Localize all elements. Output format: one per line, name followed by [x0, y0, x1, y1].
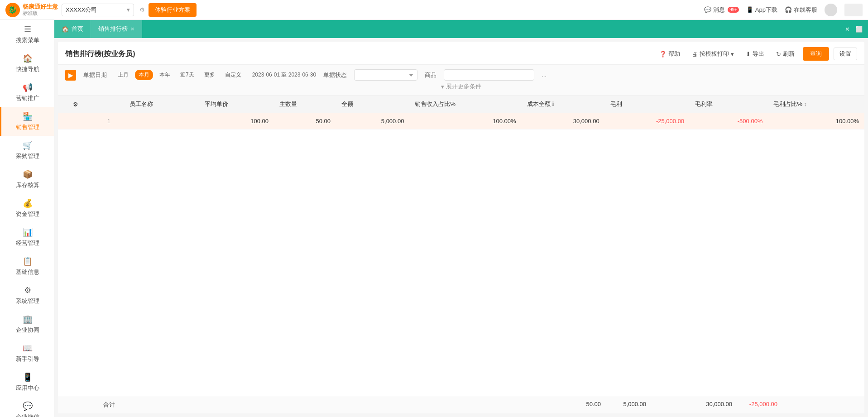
print-btn[interactable]: 🖨 按模板打印 ▾: [688, 48, 738, 60]
logo-text: 畅康通好生意 标准版: [23, 3, 58, 16]
app-logo: 🐉 畅康通好生意 标准版: [5, 3, 58, 17]
date-label: 单据日期: [83, 71, 107, 79]
setting-button[interactable]: 设置: [834, 48, 857, 60]
tab-sales-ranking[interactable]: 销售排行榜 ✕: [91, 20, 142, 38]
sidebar-item-system[interactable]: ⚙ 系统管理: [0, 281, 54, 310]
app-download-btn[interactable]: 📱 App下载: [746, 6, 777, 14]
sidebar-item-app-center[interactable]: 📱 应用中心: [0, 368, 54, 397]
tab-home[interactable]: 🏠 首页: [54, 20, 91, 38]
th-amount: 全额: [336, 96, 409, 113]
online-service-btn[interactable]: 🎧 在线客服: [785, 6, 817, 14]
gross-pct-sort-icon[interactable]: ↕: [804, 101, 807, 107]
date-btn-more[interactable]: 更多: [201, 70, 219, 80]
purchase-icon: 🛒: [23, 140, 33, 150]
td-gross-rate: -500.00%: [690, 113, 768, 129]
footer-amount: 5,000.00: [623, 401, 646, 407]
th-sales-pct: 销售收入占比%: [409, 96, 521, 113]
export-icon: ⬇: [746, 51, 751, 58]
td-rank: 1: [93, 113, 124, 129]
operations-icon: 📊: [23, 227, 33, 237]
sidebar-item-guide[interactable]: 📖 新手引导: [0, 339, 54, 368]
export-btn[interactable]: ⬇ 导出: [742, 48, 768, 60]
date-btn-last-7-days[interactable]: 近7天: [177, 70, 198, 80]
help-icon: ❓: [659, 51, 667, 58]
tab-close-icon[interactable]: ✕: [130, 26, 134, 32]
td-gross-pct: 100.00%: [768, 113, 864, 129]
main-layout: ☰ 搜索菜单 🏠 快捷导航 📢 营销推广 🏪 销售管理 🛒 采购管理 📦 库存核…: [0, 20, 868, 417]
help-btn[interactable]: ❓ 帮助: [656, 48, 684, 60]
sidebar-item-purchase[interactable]: 🛒 采购管理: [0, 136, 54, 165]
refresh-btn[interactable]: ↻ 刷新: [772, 48, 798, 60]
chevron-down-icon: ▾: [441, 83, 444, 90]
date-btn-this-month[interactable]: 本月: [135, 70, 153, 80]
footer-main-qty: 50.00: [586, 401, 601, 407]
sidebar-item-operations[interactable]: 📊 经营管理: [0, 223, 54, 252]
filter-arrow-btn[interactable]: ▶: [65, 70, 76, 81]
marketing-icon: 📢: [23, 82, 33, 92]
sidebar-item-enterprise[interactable]: 🏢 企业协同: [0, 310, 54, 339]
date-btn-custom[interactable]: 自定义: [221, 70, 245, 80]
td-name: [124, 113, 199, 129]
more-filter-icon[interactable]: ...: [542, 72, 547, 78]
page-actions: ❓ 帮助 🖨 按模板打印 ▾ ⬇ 导出 ↻ 刷新: [656, 47, 857, 61]
sidebar-item-marketing[interactable]: 📢 营销推广: [0, 78, 54, 107]
th-main-qty: 主数量: [274, 96, 336, 113]
td-main-qty: 50.00: [274, 113, 336, 129]
filter-row-1: ▶ 单据日期 上月 本月 本年 近7天 更多 自定义 2023-06-01 至 …: [65, 69, 857, 81]
doc-status-select[interactable]: [354, 69, 417, 81]
cost-info-icon[interactable]: ℹ: [552, 101, 554, 107]
table-footer: 合计 50.00 5,000.00 30,000.00 -2: [58, 396, 864, 413]
inventory-icon: 📦: [23, 169, 33, 179]
expand-bar: ▾ 展开更多条件: [65, 81, 857, 91]
app-download-icon: 📱: [746, 6, 753, 13]
th-gross-rate: 毛利率: [690, 96, 768, 113]
th-gross: 毛利: [605, 96, 690, 113]
column-settings-icon[interactable]: ⚙: [73, 101, 78, 108]
sidebar-item-basic-info[interactable]: 📋 基础信息: [0, 252, 54, 281]
sidebar-item-finance[interactable]: 💰 资金管理: [0, 194, 54, 223]
wechat-icon: 💬: [23, 401, 33, 411]
content-area: 🏠 首页 销售排行榜 ✕ ✕ ⬜ 销售排行榜(按业务员) ❓ 帮助: [54, 20, 868, 417]
filter-bar: ▶ 单据日期 上月 本月 本年 近7天 更多 自定义 2023-06-01 至 …: [58, 65, 864, 96]
print-dropdown-icon: ▾: [731, 51, 734, 58]
td-sales-pct: 100.00%: [409, 113, 521, 129]
sidebar-item-search-order[interactable]: ☰ 搜索菜单: [0, 20, 54, 49]
goods-input[interactable]: [444, 69, 534, 81]
footer-gross: -25,000.00: [749, 401, 777, 407]
th-settings[interactable]: ⚙: [58, 96, 93, 113]
td-avg-price: 100.00: [199, 113, 274, 129]
message-badge: 99+: [728, 7, 739, 13]
message-icon: 💬: [704, 6, 711, 13]
sidebar-item-sales[interactable]: 🏪 销售管理: [0, 107, 54, 136]
expand-conditions-btn[interactable]: ▾ 展开更多条件: [441, 82, 481, 91]
sidebar-item-quick-nav[interactable]: 🏠 快捷导航: [0, 49, 54, 78]
top-right-area: 💬 消息 99+ 📱 App下载 🎧 在线客服: [704, 4, 863, 16]
td-amount: 5,000.00: [336, 113, 409, 129]
enterprise-icon: 🏢: [23, 314, 33, 324]
table-row: 1 100.00 50.00 5,000.00 100.00% 30,000.0…: [58, 113, 864, 129]
settings-icon[interactable]: ⚙: [139, 6, 145, 13]
data-table: ⚙ 员工名称 平均单价 主数量 全额 销售收入占比% 成本全额 ℹ 毛利: [58, 96, 864, 129]
company-selector[interactable]: XXXXX公司 ▾: [62, 4, 134, 16]
doc-status-label: 单据状态: [323, 71, 347, 79]
date-picker-group: 上月 本月 本年 近7天 更多 自定义: [114, 70, 245, 80]
chevron-down-icon: ▾: [127, 6, 130, 13]
td-gross: -25,000.00: [605, 113, 690, 129]
trial-button[interactable]: 体验行业方案: [149, 3, 197, 17]
avatar[interactable]: [825, 4, 837, 16]
td-settings: [58, 113, 93, 129]
page-header: 销售排行榜(按业务员) ❓ 帮助 🖨 按模板打印 ▾ ⬇ 导出: [58, 42, 864, 65]
table-wrap: ⚙ 员工名称 平均单价 主数量 全额 销售收入占比% 成本全额 ℹ 毛利: [58, 96, 864, 396]
date-btn-last-month[interactable]: 上月: [114, 70, 132, 80]
message-btn[interactable]: 💬 消息 99+: [704, 6, 739, 14]
logo-icon: 🐉: [5, 3, 20, 17]
date-btn-this-year[interactable]: 本年: [156, 70, 174, 80]
sidebar-item-inventory[interactable]: 📦 库存核算: [0, 165, 54, 194]
sidebar-item-wechat[interactable]: 💬 企业微信: [0, 397, 54, 417]
tab-restore-icon[interactable]: ⬜: [855, 26, 863, 33]
th-gross-pct: 毛利占比% ↕: [768, 96, 864, 113]
query-button[interactable]: 查询: [803, 47, 829, 61]
home-tab-icon: 🏠: [62, 26, 69, 33]
finance-icon: 💰: [23, 198, 33, 208]
tab-close-window-icon[interactable]: ✕: [845, 26, 850, 33]
